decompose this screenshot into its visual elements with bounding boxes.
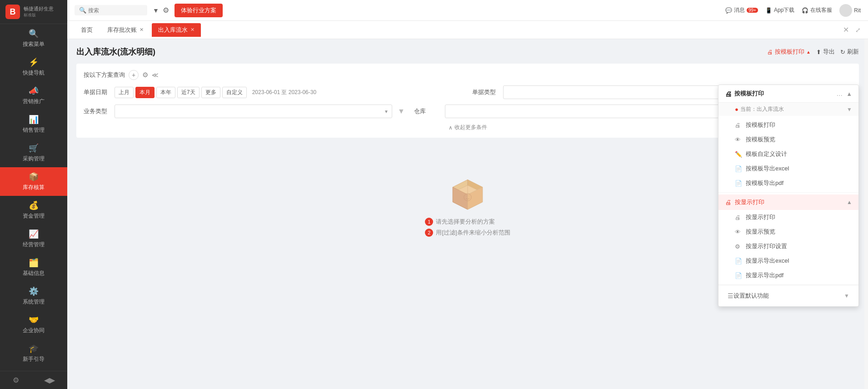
topbar: 🔍 ▼ ⚙ 体验行业方案 💬 消息 99+ 📱 App下载 🎧 在线客服 Rit bbox=[67, 0, 868, 21]
right-scrollbar[interactable] bbox=[864, 39, 868, 389]
biz-dropdown-icon[interactable]: ▼ bbox=[398, 107, 405, 115]
date-this-year-button[interactable]: 本年 bbox=[156, 87, 175, 98]
print-template-button[interactable]: 🖨 按模板打印 ▲ bbox=[767, 48, 811, 56]
sidebar-item-search[interactable]: 🔍 搜索菜单 bbox=[0, 24, 67, 53]
date-this-month-button[interactable]: 本月 bbox=[135, 87, 155, 98]
refresh-button[interactable]: ↻ 刷新 bbox=[840, 48, 859, 56]
print-header-icon: 🖨 bbox=[725, 90, 732, 98]
warehouse-input[interactable] bbox=[445, 105, 725, 118]
dropdown-header: 🖨 按模板打印 … ▲ bbox=[718, 85, 858, 103]
biz-type-select[interactable] bbox=[115, 105, 392, 118]
tab-flow[interactable]: 出入库流水 ✕ bbox=[152, 23, 201, 37]
set-default-icon: ☰ bbox=[728, 292, 733, 299]
empty-illustration bbox=[445, 170, 490, 211]
sidebar-collapse-button[interactable]: ◀▶ bbox=[44, 376, 55, 384]
operation-icon: 📈 bbox=[29, 229, 39, 239]
disp-excel-icon: 📄 bbox=[735, 258, 742, 264]
user-avatar-area[interactable]: Rit bbox=[839, 4, 861, 17]
tmpl-excel-icon: 📄 bbox=[735, 165, 742, 172]
basic-icon: 🗂️ bbox=[29, 258, 39, 268]
date-7days-button[interactable]: 近7天 bbox=[177, 87, 200, 98]
tmpl-print-icon: 🖨 bbox=[735, 122, 742, 129]
finance-icon: 💰 bbox=[29, 200, 39, 210]
topbar-search-input[interactable] bbox=[88, 7, 138, 14]
search-settings-icon[interactable]: ⚙ bbox=[142, 71, 148, 79]
display-print-group-header[interactable]: 🖨 按显示打印 ▲ bbox=[718, 194, 858, 210]
app-download-button[interactable]: 📱 App下载 bbox=[765, 6, 794, 14]
sidebar-item-system[interactable]: ⚙️ 系统管理 bbox=[0, 282, 67, 310]
current-template-indicator: ● 当前：出入库流水 ▼ bbox=[718, 103, 858, 116]
template-pdf-item[interactable]: 📄 按模板导出pdf bbox=[718, 176, 858, 190]
logo-text: 畅捷通好生意 标准版 bbox=[24, 5, 54, 18]
date-custom-button[interactable]: 自定义 bbox=[222, 87, 247, 98]
sidebar-item-coop[interactable]: 🤝 企业协同 bbox=[0, 310, 67, 339]
username-label: Rit bbox=[854, 7, 861, 14]
sidebar-settings-button[interactable]: ⚙ bbox=[13, 376, 19, 384]
sidebar-item-basic[interactable]: 🗂️ 基础信息 bbox=[0, 253, 67, 282]
set-default-button[interactable]: ☰ 设置默认功能 ▼ bbox=[725, 289, 852, 303]
add-condition-button[interactable]: + bbox=[129, 70, 139, 80]
display-preview-item[interactable]: 👁 按显示预览 bbox=[718, 224, 858, 239]
export-button[interactable]: ⬆ 导出 bbox=[816, 48, 835, 56]
sidebar-item-inventory[interactable]: 📦 库存核算 bbox=[0, 167, 67, 196]
date-more-button[interactable]: 更多 bbox=[201, 87, 220, 98]
display-print-item[interactable]: 🖨 按显示打印 bbox=[718, 210, 858, 224]
tab-home[interactable]: 首页 bbox=[75, 23, 99, 37]
date-options: 上月 本月 本年 近7天 更多 自定义 bbox=[115, 87, 247, 98]
dropdown-collapse-icon[interactable]: ▲ bbox=[846, 90, 852, 97]
svg-line-7 bbox=[466, 196, 466, 196]
search-collapse-icon[interactable]: ≪ bbox=[152, 71, 159, 79]
sidebar-footer: ⚙ ◀▶ bbox=[0, 371, 67, 389]
topbar-dropdown-arrow[interactable]: ▼ bbox=[153, 7, 159, 14]
set-default-arrow-icon: ▼ bbox=[844, 293, 849, 299]
guide-icon: 🎓 bbox=[29, 344, 39, 354]
template-print-item[interactable]: 🖨 按模板打印 bbox=[718, 118, 858, 132]
sidebar-item-apps[interactable]: 📱 应用中心 bbox=[0, 368, 67, 371]
dropdown-more-icon[interactable]: … bbox=[836, 90, 843, 97]
biz-type-field: 业务类型 ▼ bbox=[84, 105, 405, 118]
topbar-search-box[interactable]: 🔍 bbox=[75, 5, 147, 15]
display-group-collapse-icon[interactable]: ▲ bbox=[847, 199, 852, 205]
sidebar-item-guide[interactable]: 🎓 新手引导 bbox=[0, 339, 67, 368]
trial-button[interactable]: 体验行业方案 bbox=[175, 4, 223, 17]
tab-batch[interactable]: 库存批次账 ✕ bbox=[101, 23, 150, 37]
template-preview-item[interactable]: 👁 按模板预览 bbox=[718, 132, 858, 147]
page-header: 出入库流水(流水明细) 🖨 按模板打印 ▲ ⬆ 导出 ↻ 刷新 bbox=[76, 46, 859, 57]
export-icon: ⬆ bbox=[816, 49, 821, 55]
sidebar-item-finance[interactable]: 💰 资金管理 bbox=[0, 196, 67, 224]
sales-icon: 📊 bbox=[29, 115, 39, 125]
close-all-tabs-button[interactable]: ✕ bbox=[843, 25, 849, 34]
dropdown-title: 🖨 按模板打印 bbox=[725, 90, 764, 98]
sidebar-item-marketing[interactable]: 📣 营销推广 bbox=[0, 81, 67, 110]
template-custom-item[interactable]: ✏️ 模板自定义设计 bbox=[718, 147, 858, 161]
topbar-right: 💬 消息 99+ 📱 App下载 🎧 在线客服 Rit bbox=[725, 4, 861, 17]
disp-preview-icon: 👁 bbox=[735, 229, 742, 235]
empty-tips: 1 请先选择要分析的方案 2 用[过滤]条件来缩小分析范围 bbox=[425, 218, 510, 239]
dropdown-footer: ☰ 设置默认功能 ▼ bbox=[718, 285, 858, 306]
tab-batch-close-icon[interactable]: ✕ bbox=[140, 27, 144, 33]
date-last-month-button[interactable]: 上月 bbox=[115, 87, 134, 98]
logo-icon: B bbox=[5, 5, 20, 19]
message-button[interactable]: 💬 消息 99+ bbox=[725, 6, 758, 14]
warehouse-label: 仓库 bbox=[414, 107, 441, 115]
sidebar-item-operation[interactable]: 📈 经营管理 bbox=[0, 224, 67, 253]
display-pdf-item[interactable]: 📄 按显示导出pdf bbox=[718, 268, 858, 283]
template-excel-item[interactable]: 📄 按模板导出excel bbox=[718, 161, 858, 176]
online-service-button[interactable]: 🎧 在线客服 bbox=[802, 6, 832, 14]
inventory-icon: 📦 bbox=[29, 172, 39, 182]
date-range-label: 2023-06-01 至 2023-06-30 bbox=[252, 89, 316, 96]
current-arrow-icon[interactable]: ▼ bbox=[847, 106, 852, 113]
dropdown-group-display: 🖨 按显示打印 ▲ 🖨 按显示打印 👁 按显示预览 ⚙ 按显示打印设置 bbox=[718, 193, 858, 285]
maximize-button[interactable]: ⤢ bbox=[855, 26, 861, 34]
sidebar-nav: 🔍 搜索菜单 ⚡ 快捷导航 📣 营销推广 📊 销售管理 🛒 采购管理 📦 库存核… bbox=[0, 24, 67, 371]
dropdown-group-template: 🖨 按模板打印 👁 按模板预览 ✏️ 模板自定义设计 📄 按模板导出excel … bbox=[718, 116, 858, 193]
tmpl-preview-icon: 👁 bbox=[735, 136, 742, 143]
display-settings-item[interactable]: ⚙ 按显示打印设置 bbox=[718, 239, 858, 254]
topbar-gear-icon[interactable]: ⚙ bbox=[163, 6, 169, 15]
display-excel-item[interactable]: 📄 按显示导出excel bbox=[718, 254, 858, 268]
sidebar-item-quicknav[interactable]: ⚡ 快捷导航 bbox=[0, 53, 67, 81]
sidebar-item-purchase[interactable]: 🛒 采购管理 bbox=[0, 139, 67, 167]
tab-flow-close-icon[interactable]: ✕ bbox=[190, 27, 195, 33]
avatar bbox=[839, 4, 852, 17]
sidebar-item-sales[interactable]: 📊 销售管理 bbox=[0, 110, 67, 139]
